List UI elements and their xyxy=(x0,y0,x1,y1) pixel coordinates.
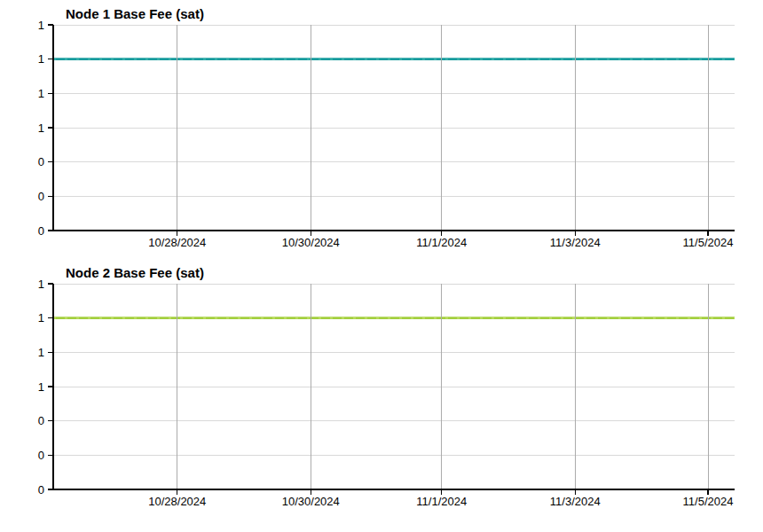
svg-text:0: 0 xyxy=(38,414,44,427)
svg-text:11/5/2024: 11/5/2024 xyxy=(683,495,734,508)
svg-text:1: 1 xyxy=(38,346,44,359)
node2-base-fee-plot: 111100010/28/202410/30/202411/1/202411/3… xyxy=(0,259,763,525)
svg-text:0: 0 xyxy=(38,155,44,168)
svg-text:11/5/2024: 11/5/2024 xyxy=(683,236,734,249)
svg-text:0: 0 xyxy=(38,224,44,238)
svg-text:10/28/2024: 10/28/2024 xyxy=(148,236,206,249)
svg-text:0: 0 xyxy=(38,190,44,203)
svg-text:1: 1 xyxy=(38,278,44,291)
svg-text:0: 0 xyxy=(38,449,44,462)
svg-text:1: 1 xyxy=(38,380,44,394)
node1-base-fee-chart: Node 1 Base Fee (sat) 111100010/28/20241… xyxy=(0,0,763,259)
svg-text:1: 1 xyxy=(38,52,44,66)
svg-text:1: 1 xyxy=(38,311,44,325)
node1-base-fee-plot: 111100010/28/202410/30/202411/1/202411/3… xyxy=(0,0,763,259)
svg-text:11/3/2024: 11/3/2024 xyxy=(550,236,601,249)
svg-text:10/28/2024: 10/28/2024 xyxy=(148,495,206,508)
svg-text:0: 0 xyxy=(38,483,44,497)
node2-base-fee-chart: Node 2 Base Fee (sat) 111100010/28/20241… xyxy=(0,259,763,532)
svg-text:10/30/2024: 10/30/2024 xyxy=(282,495,340,508)
svg-text:1: 1 xyxy=(38,19,44,32)
svg-text:11/1/2024: 11/1/2024 xyxy=(416,495,467,508)
svg-text:10/30/2024: 10/30/2024 xyxy=(282,236,340,249)
svg-text:1: 1 xyxy=(38,121,44,135)
svg-text:11/3/2024: 11/3/2024 xyxy=(550,495,601,508)
svg-text:11/1/2024: 11/1/2024 xyxy=(416,236,467,249)
svg-text:1: 1 xyxy=(38,87,44,100)
